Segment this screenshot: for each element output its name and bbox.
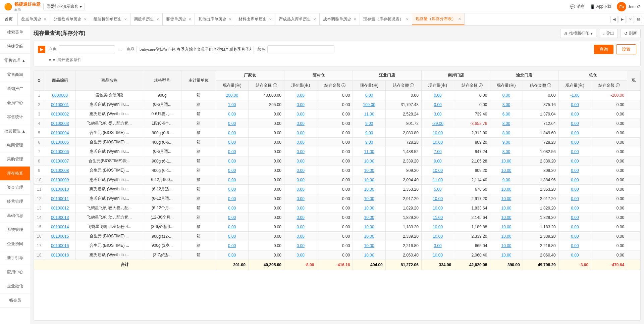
cell-zc-qty[interactable]: 0.00 xyxy=(558,232,591,241)
export-btn[interactable]: ↓ 导出 xyxy=(599,29,618,38)
cell-code[interactable]: 00100013 xyxy=(44,213,76,222)
cell-yb-qty[interactable]: 9.00 xyxy=(490,138,523,147)
cell-yb-qty[interactable]: 8.00 xyxy=(490,147,523,156)
tab-close[interactable]: ✕ xyxy=(229,17,231,21)
cell-code[interactable]: 00100002 xyxy=(44,109,76,119)
cell-jb-qty[interactable]: 10.00 xyxy=(353,213,385,222)
sidebar-item-purchase[interactable]: 采购管理 xyxy=(0,152,30,167)
tab-chengpin[interactable]: 产成品入库单历史✕ xyxy=(275,13,320,25)
tab-diaob[interactable]: 调拨单历史✕ xyxy=(130,13,163,25)
cell-yb-qty[interactable]: 3.00 xyxy=(490,100,523,109)
cell-zc-qty[interactable]: -1.00 xyxy=(558,91,591,100)
cell-zc-qty[interactable]: 0.00 xyxy=(558,203,591,213)
cell-na-qty[interactable]: 0.00 xyxy=(421,91,454,100)
color-input[interactable] xyxy=(267,45,334,53)
cell-zc-qty[interactable]: 0.00 xyxy=(558,119,591,128)
cell-zc-qty[interactable]: 0.00 xyxy=(558,109,591,119)
cell-code[interactable]: 0000003 xyxy=(44,91,76,100)
cell-mc-qty[interactable]: 0.00 xyxy=(284,222,317,232)
tab-close[interactable]: ✕ xyxy=(406,17,409,21)
cell-code[interactable]: 00100005 xyxy=(44,138,76,147)
cell-na-qty[interactable]: -39.00 xyxy=(421,119,454,128)
sidebar-item-quicknav[interactable]: 快捷导航 xyxy=(0,40,30,54)
cell-jb-qty[interactable]: 10.00 xyxy=(353,250,385,260)
sidebar-item-ecommerce[interactable]: 电商管理 xyxy=(0,138,30,152)
tab-close[interactable]: ✕ xyxy=(44,17,46,21)
sidebar-item-guide[interactable]: 新手引导 xyxy=(0,251,30,265)
sidebar-item-wholesale[interactable]: 批发管理 ▲ xyxy=(0,124,30,138)
tab-close[interactable]: ✕ xyxy=(269,17,272,21)
sidebar-item-basic-info[interactable]: 基础信息 xyxy=(0,209,30,223)
cell-code[interactable]: 00100011 xyxy=(44,194,76,203)
cell-yb-qty[interactable]: 10.00 xyxy=(490,185,523,194)
cell-na-qty[interactable]: 10.00 xyxy=(421,222,454,232)
cell-ck-qty[interactable]: 0.00 xyxy=(216,119,248,128)
cell-code[interactable]: 00100015 xyxy=(44,232,76,241)
cell-ck-qty[interactable]: 0.00 xyxy=(216,194,248,203)
cell-yb-qty[interactable]: 10.00 xyxy=(490,213,523,222)
cell-zc-qty[interactable]: 0.00 xyxy=(558,185,591,194)
cell-ck-qty[interactable]: 0.00 xyxy=(216,175,248,185)
cell-jb-qty[interactable]: 10.00 xyxy=(353,166,385,175)
cell-zc-qty[interactable]: 0.00 xyxy=(558,156,591,166)
cell-na-qty[interactable]: 10.00 xyxy=(421,250,454,260)
cell-na-qty[interactable]: 11.00 xyxy=(421,213,454,222)
cell-mc-qty[interactable]: 0.00 xyxy=(284,250,317,260)
cell-jb-qty[interactable]: 10.00 xyxy=(353,222,385,232)
org-dropdown[interactable]: 母婴行业演示账套 ▾ xyxy=(43,3,85,10)
cell-jb-qty[interactable]: 0.00 xyxy=(353,91,385,100)
cell-yb-qty[interactable]: 8.00 xyxy=(490,128,523,138)
cell-mc-qty[interactable]: 0.00 xyxy=(284,194,317,203)
cell-zc-qty[interactable]: 0.00 xyxy=(558,213,591,222)
sidebar-item-collab[interactable]: 企业协同 xyxy=(0,237,30,251)
tab-close-all-btn[interactable]: ✕ xyxy=(627,16,634,23)
cell-mc-qty[interactable]: 0.00 xyxy=(284,241,317,250)
cell-ck-qty[interactable]: 0.00 xyxy=(216,250,248,260)
cell-code[interactable]: 00100003 xyxy=(44,119,76,128)
cell-mc-qty[interactable]: 0.00 xyxy=(284,232,317,241)
cell-jb-qty[interactable]: 10.00 xyxy=(353,232,385,241)
cell-ck-qty[interactable]: 0.00 xyxy=(216,147,248,156)
cell-ck-qty[interactable]: 0.00 xyxy=(216,109,248,119)
tab-close[interactable]: ✕ xyxy=(189,17,191,21)
cell-ck-qty[interactable]: 0.00 xyxy=(216,156,248,166)
app-download-btn[interactable]: 📱 App下载 xyxy=(590,4,611,9)
cell-zc-qty[interactable]: 0.00 xyxy=(558,250,591,260)
cell-ck-qty[interactable]: 0.00 xyxy=(216,203,248,213)
cell-na-qty[interactable]: 0.00 xyxy=(421,100,454,109)
sidebar-item-retail-stats[interactable]: 零售统计 xyxy=(0,110,30,124)
cell-ck-qty[interactable]: 1.00 xyxy=(216,100,248,109)
cell-na-qty[interactable]: 10.00 xyxy=(421,138,454,147)
tab-xiancun-dist[interactable]: 现存量（库存分布表）✕ xyxy=(412,13,465,25)
cell-na-qty[interactable]: 10.00 xyxy=(421,203,454,213)
cell-code[interactable]: 00100001 xyxy=(44,100,76,109)
tab-expand-btn[interactable]: ⊡ xyxy=(635,16,642,23)
cell-code[interactable]: 00100012 xyxy=(44,203,76,213)
cell-yb-qty[interactable]: 10.00 xyxy=(490,166,523,175)
cell-code[interactable]: 00100004 xyxy=(44,128,76,138)
cell-code[interactable]: 00100014 xyxy=(44,222,76,232)
cell-jb-qty[interactable]: 10.00 xyxy=(353,194,385,203)
cell-jb-qty[interactable]: 9.00 xyxy=(353,119,385,128)
cell-zc-qty[interactable]: 0.00 xyxy=(558,100,591,109)
cell-zc-qty[interactable]: 0.00 xyxy=(558,138,591,147)
cell-jb-qty[interactable]: 109.00 xyxy=(353,100,385,109)
cell-code[interactable]: 00100010 xyxy=(44,185,76,194)
sidebar-item-app-center[interactable]: 应用中心 xyxy=(0,265,30,279)
cell-ck-qty[interactable]: 0.00 xyxy=(216,166,248,175)
sidebar-item-retail-mgmt[interactable]: 零售管理 ▲ xyxy=(0,54,30,68)
tab-pandian[interactable]: 盘点单历史✕ xyxy=(18,13,50,25)
cell-ck-qty[interactable]: 0.00 xyxy=(216,128,248,138)
tab-qitachu[interactable]: 其他出库单历史✕ xyxy=(195,13,235,25)
cell-jb-qty[interactable]: 10.00 xyxy=(353,175,385,185)
tab-cailiao[interactable]: 材料出库单历史✕ xyxy=(235,13,275,25)
cell-yb-qty[interactable]: 10.00 xyxy=(490,203,523,213)
cell-jb-qty[interactable]: 10.00 xyxy=(353,241,385,250)
cell-mc-qty[interactable]: 0.00 xyxy=(284,128,317,138)
cell-mc-qty[interactable]: 0.00 xyxy=(284,166,317,175)
cell-zc-qty[interactable]: 0.00 xyxy=(558,166,591,175)
cell-na-qty[interactable]: 5.00 xyxy=(421,185,454,194)
cell-mc-qty[interactable]: 0.00 xyxy=(284,147,317,156)
tab-prev-btn[interactable]: ◀ xyxy=(610,16,618,23)
cell-zc-qty[interactable]: 0.00 xyxy=(558,222,591,232)
